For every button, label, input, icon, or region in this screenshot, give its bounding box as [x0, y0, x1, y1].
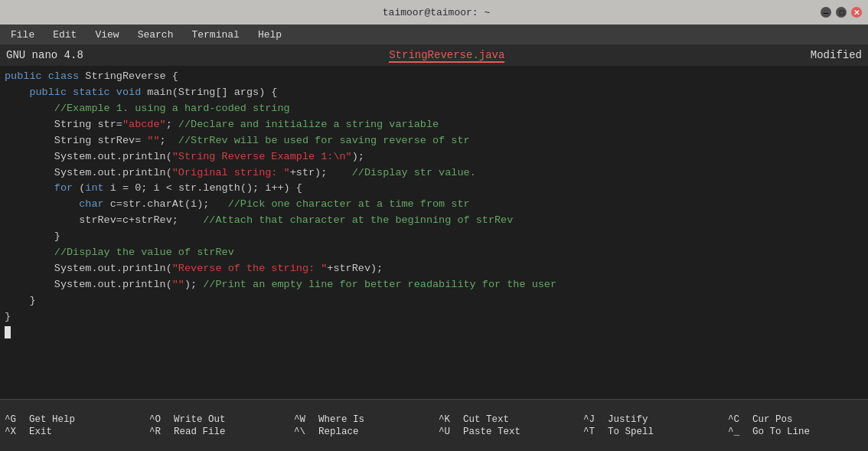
editor-area[interactable]: public class StringReverse { public stat… — [0, 66, 868, 399]
shortcut-key-o: ^O — [149, 414, 171, 425]
shortcut-get-help: ^G Get Help — [5, 414, 140, 425]
code-line-15: System.out.println(""); //Print an empty… — [5, 277, 863, 293]
code-line-13: //Display the value of strRev — [5, 245, 863, 261]
code-line-9: char c=str.charAt(i); //Pick one charact… — [5, 197, 863, 213]
window-title: taimoor@taimoor: ~ — [52, 7, 821, 18]
shortcut-col-4: ^K Cut Text ^U Paste Text — [434, 400, 579, 451]
code-line-8: for (int i = 0; i < str.length(); i++) { — [5, 181, 863, 197]
shortcut-key-r: ^R — [149, 426, 171, 437]
nano-title-bar: StringReverse.java — [83, 49, 811, 61]
code-line-16: } — [5, 293, 863, 309]
shortcut-label-write-out: Write Out — [174, 414, 226, 425]
shortcut-bar: ^G Get Help ^X Exit ^O Write Out ^R Read… — [0, 399, 868, 451]
menu-view[interactable]: View — [87, 28, 126, 42]
shortcut-exit: ^X Exit — [5, 426, 140, 437]
shortcut-label-where-is: Where Is — [318, 414, 364, 425]
shortcut-label-go-to-line: Go To Line — [752, 426, 810, 437]
code-line-11: } — [5, 229, 863, 245]
shortcut-paste-text: ^U Paste Text — [439, 426, 574, 437]
shortcut-key-k: ^K — [439, 414, 460, 425]
shortcut-key-x: ^X — [5, 426, 26, 437]
shortcut-key-g: ^G — [5, 414, 26, 425]
shortcut-key-underscore: ^_ — [728, 426, 749, 437]
code-line-10: strRev=c+strRev; //Attach that character… — [5, 213, 863, 229]
menu-edit[interactable]: Edit — [45, 28, 84, 42]
shortcut-key-t: ^T — [583, 426, 605, 437]
menu-file[interactable]: File — [3, 28, 42, 42]
nano-modified-status: Modified — [811, 49, 862, 61]
menu-search[interactable]: Search — [130, 28, 181, 42]
shortcut-col-2: ^O Write Out ^R Read File — [145, 400, 289, 451]
nano-filename: StringReverse.java — [389, 49, 504, 63]
shortcut-read-file: ^R Read File — [149, 426, 285, 437]
code-line-17: } — [5, 309, 863, 325]
code-line-7: System.out.println("Original string: "+s… — [5, 165, 863, 181]
close-button[interactable]: ✕ — [851, 7, 862, 18]
code-line-6: System.out.println("String Reverse Examp… — [5, 149, 863, 165]
code-line-3: //Example 1. using a hard-coded string — [5, 101, 863, 117]
shortcut-col-5: ^J Justify ^T To Spell — [579, 400, 723, 451]
shortcut-col-6: ^C Cur Pos ^_ Go To Line — [723, 400, 868, 451]
shortcut-label-get-help: Get Help — [29, 414, 75, 425]
code-line-14: System.out.println("Reverse of the strin… — [5, 261, 863, 277]
shortcut-label-cur-pos: Cur Pos — [752, 414, 793, 425]
code-line-2: public static void main(String[] args) { — [5, 85, 863, 101]
shortcut-replace: ^\ Replace — [294, 426, 429, 437]
menu-bar: File Edit View Search Terminal Help — [0, 25, 868, 44]
code-line-4: String str="abcde"; //Declare and initia… — [5, 117, 863, 133]
shortcut-cut-text: ^K Cut Text — [439, 414, 574, 425]
shortcut-label-exit: Exit — [29, 426, 52, 437]
title-bar: taimoor@taimoor: ~ – ◻ ✕ — [0, 0, 868, 25]
minimize-button[interactable]: – — [821, 7, 831, 18]
nano-header: GNU nano 4.8 StringReverse.java Modified — [0, 44, 868, 66]
code-line-18 — [5, 325, 863, 342]
menu-help[interactable]: Help — [250, 28, 289, 42]
shortcut-label-read-file: Read File — [174, 426, 226, 437]
shortcut-col-1: ^G Get Help ^X Exit — [0, 400, 145, 451]
shortcut-label-justify: Justify — [608, 414, 648, 425]
shortcut-go-to-line: ^_ Go To Line — [728, 426, 863, 437]
window-controls: – ◻ ✕ — [821, 7, 862, 18]
code-line-1: public class StringReverse { — [5, 69, 863, 85]
shortcut-col-3: ^W Where Is ^\ Replace — [289, 400, 434, 451]
shortcut-key-j: ^J — [583, 414, 605, 425]
shortcut-key-w: ^W — [294, 414, 315, 425]
shortcut-key-backslash: ^\ — [294, 426, 315, 437]
shortcut-key-c: ^C — [728, 414, 749, 425]
nano-version: GNU nano 4.8 — [6, 49, 83, 61]
code-line-5: String strRev= ""; //StrRev will be used… — [5, 133, 863, 149]
shortcut-label-paste-text: Paste Text — [463, 426, 520, 437]
shortcut-label-replace: Replace — [318, 426, 359, 437]
shortcut-label-cut-text: Cut Text — [463, 414, 509, 425]
shortcut-key-u: ^U — [439, 426, 460, 437]
shortcut-where-is: ^W Where Is — [294, 414, 429, 425]
shortcut-cur-pos: ^C Cur Pos — [728, 414, 863, 425]
maximize-button[interactable]: ◻ — [836, 7, 847, 18]
shortcut-label-to-spell: To Spell — [608, 426, 654, 437]
shortcut-to-spell: ^T To Spell — [583, 426, 719, 437]
shortcut-justify: ^J Justify — [583, 414, 719, 425]
menu-terminal[interactable]: Terminal — [184, 28, 246, 42]
shortcut-write-out: ^O Write Out — [149, 414, 285, 425]
